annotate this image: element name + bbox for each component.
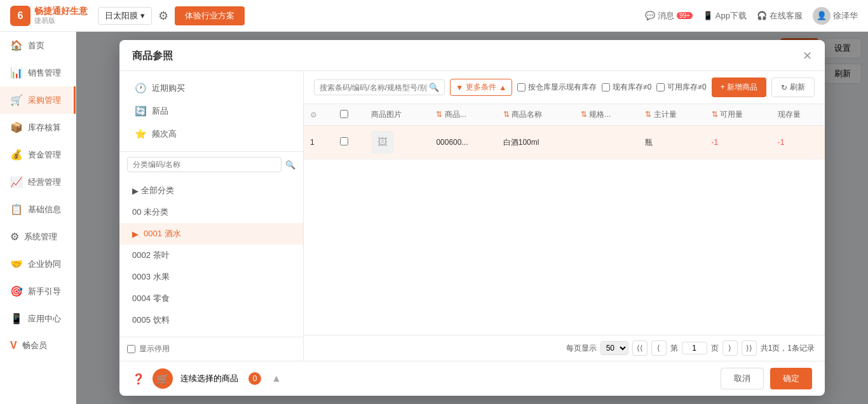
table-row[interactable]: 1 🖼	[304, 126, 825, 159]
user-item[interactable]: 👤 徐泽华	[813, 7, 858, 25]
cat-0004[interactable]: 0004 零食	[119, 288, 303, 309]
available-checkbox[interactable]	[602, 83, 610, 91]
user-name: 徐泽华	[833, 10, 858, 22]
prev-page-button[interactable]: ⟨	[651, 340, 667, 356]
tab-new-label: 新品	[152, 105, 168, 117]
sidebar-item-member[interactable]: V 畅会员	[0, 332, 76, 359]
sort-icon: ⇅	[436, 110, 442, 119]
confirm-button[interactable]: 确定	[770, 368, 812, 389]
modal-close-button[interactable]: ✕	[803, 49, 812, 63]
cat-00[interactable]: 00 未分类	[119, 201, 303, 223]
tab-frequent[interactable]: ⭐ 频次高	[127, 123, 295, 145]
sidebar-item-sales[interactable]: 📊 销售管理	[0, 59, 76, 86]
col-code-header[interactable]: ⇅ 商品...	[430, 104, 496, 126]
sidebar-item-guide[interactable]: 🎯 新手引导	[0, 278, 76, 305]
page-input[interactable]	[682, 342, 707, 354]
row-no: 1	[304, 126, 334, 159]
pagination-bar: 每页显示 50 ⟨⟨ ⟨ 第 页 ⟩ ⟩⟩ 共1页，1条记录	[304, 335, 825, 361]
first-page-button[interactable]: ⟨⟨	[632, 340, 648, 356]
sidebar-item-home[interactable]: 🏠 首页	[0, 32, 76, 59]
category-search-input[interactable]	[127, 157, 281, 172]
cat-0001[interactable]: ▶ 0001 酒水	[119, 223, 303, 245]
message-badge: 99+	[677, 12, 693, 19]
nav-selector-label: 日太阳膜	[105, 10, 138, 22]
cat-all[interactable]: ▶ 全部分类	[119, 180, 303, 201]
logo-text-block: 畅捷通好生意 捷易版	[34, 6, 88, 26]
cart-icon: 🛒	[153, 368, 173, 389]
col-settings: ⚙	[304, 104, 334, 126]
warehouse-checkbox[interactable]	[517, 83, 526, 91]
next-page-button[interactable]: ⟩	[722, 340, 738, 356]
sidebar-label-basic: 基础信息	[28, 204, 61, 215]
logo-area: 6 畅捷通好生意 捷易版	[10, 6, 88, 26]
content-area: 查询 设置 刷新 商品参照 ✕ 🕐	[76, 32, 868, 404]
product-search-box[interactable]: 🔍	[314, 79, 445, 95]
sidebar-label-apps: 应用中心	[28, 313, 61, 325]
sidebar-label-inventory: 库存核算	[28, 122, 61, 133]
product-search-input[interactable]	[320, 83, 426, 92]
show-disabled-checkbox[interactable]	[127, 345, 135, 353]
sidebar-item-system[interactable]: ⚙ 系统管理	[0, 223, 76, 250]
tab-new-products[interactable]: 🔄 新品	[127, 100, 295, 122]
col-unit-header[interactable]: ⇅ 主计量	[639, 104, 705, 126]
sidebar-label-enterprise: 企业协同	[28, 259, 61, 270]
last-page-button[interactable]: ⟩⟩	[742, 340, 757, 356]
modal-title: 商品参照	[132, 50, 173, 63]
cat-0002[interactable]: 0002 茶叶	[119, 245, 303, 266]
cat-0003[interactable]: 0003 水果	[119, 266, 303, 288]
table-header-row: ⚙ 商品图片 ⇅ 商品...	[304, 104, 825, 126]
search-icon[interactable]: 🔍	[285, 160, 295, 170]
modal-left-tabs: 🕐 近期购买 🔄 新品 ⭐ 频次高	[119, 71, 303, 151]
experience-button[interactable]: 体验行业方案	[175, 6, 245, 25]
tab-recent-purchase[interactable]: 🕐 近期购买	[127, 77, 295, 99]
online-service-item[interactable]: 🎧 在线客服	[757, 10, 803, 22]
col-available-label: 可用量	[720, 110, 743, 119]
refresh-product-button[interactable]: ↻ 刷新	[771, 77, 815, 97]
action-buttons: + 新增商品 ↻ 刷新	[712, 77, 815, 97]
col-spec-header[interactable]: ⇅ 规格...	[574, 104, 639, 126]
cancel-button[interactable]: 取消	[721, 368, 764, 389]
show-disabled-label[interactable]: 显示停用	[139, 344, 170, 354]
usable-checkbox[interactable]	[656, 83, 665, 91]
col-img-header: 商品图片	[365, 104, 430, 126]
app-download-item[interactable]: 📱 App下载	[703, 10, 747, 22]
sidebar-item-apps[interactable]: 📱 应用中心	[0, 305, 76, 332]
row-checkbox-cell	[334, 126, 365, 159]
check-by-warehouse[interactable]: 按仓库显示现有库存	[517, 82, 597, 93]
footer-buttons: 取消 确定	[721, 368, 812, 389]
col-name-header[interactable]: ⇅ 商品名称	[497, 104, 574, 126]
search-icon: 🔍	[429, 83, 439, 92]
cat-0001-arrow: ▶	[132, 229, 139, 239]
sort-unit-icon: ⇅	[645, 110, 651, 119]
gear-button[interactable]: ⚙	[152, 6, 175, 25]
row-unit-cell: 瓶	[639, 126, 705, 159]
cat-0008[interactable]: 0008 水	[119, 331, 303, 337]
sidebar-item-purchase[interactable]: 🛒 采购管理	[0, 86, 76, 114]
check-usable-item[interactable]: 可用库存≠0	[656, 82, 706, 93]
sidebar-item-operations[interactable]: 📈 经营管理	[0, 168, 76, 196]
select-all-checkbox[interactable]	[340, 110, 348, 118]
settings-icon[interactable]: ⚙	[310, 111, 317, 119]
sidebar-item-inventory[interactable]: 📦 库存核算	[0, 114, 76, 141]
continuous-select-label: 连续选择的商品	[180, 373, 238, 384]
help-icon[interactable]: ❓	[132, 373, 145, 385]
message-item[interactable]: 💬 消息 99+	[645, 10, 693, 22]
nav-selector[interactable]: 日太阳膜 ▾	[98, 7, 152, 25]
check-available-item[interactable]: 现有库存≠0	[602, 82, 651, 93]
add-product-button[interactable]: + 新增商品	[712, 77, 766, 97]
row-checkbox[interactable]	[340, 137, 348, 145]
sidebar-item-basic[interactable]: 📋 基础信息	[0, 196, 76, 223]
per-page-select[interactable]: 50	[600, 341, 628, 355]
logo-sub: 捷易版	[34, 16, 88, 25]
finance-icon: 💰	[10, 149, 23, 161]
col-available-header[interactable]: ⇅ 可用量	[705, 104, 771, 126]
sidebar-item-enterprise[interactable]: 🤝 企业协同	[0, 250, 76, 278]
col-code-label: 商品...	[445, 110, 466, 119]
filter-more-button[interactable]: ▼ 更多条件 ▲	[450, 79, 512, 96]
sidebar-item-finance[interactable]: 💰 资金管理	[0, 141, 76, 168]
cat-0005[interactable]: 0005 饮料	[119, 309, 303, 331]
page-word: 第	[670, 343, 678, 354]
member-icon: V	[10, 340, 17, 351]
avatar-icon: 👤	[817, 11, 827, 20]
collapse-footer-icon[interactable]: ▲	[271, 373, 281, 384]
